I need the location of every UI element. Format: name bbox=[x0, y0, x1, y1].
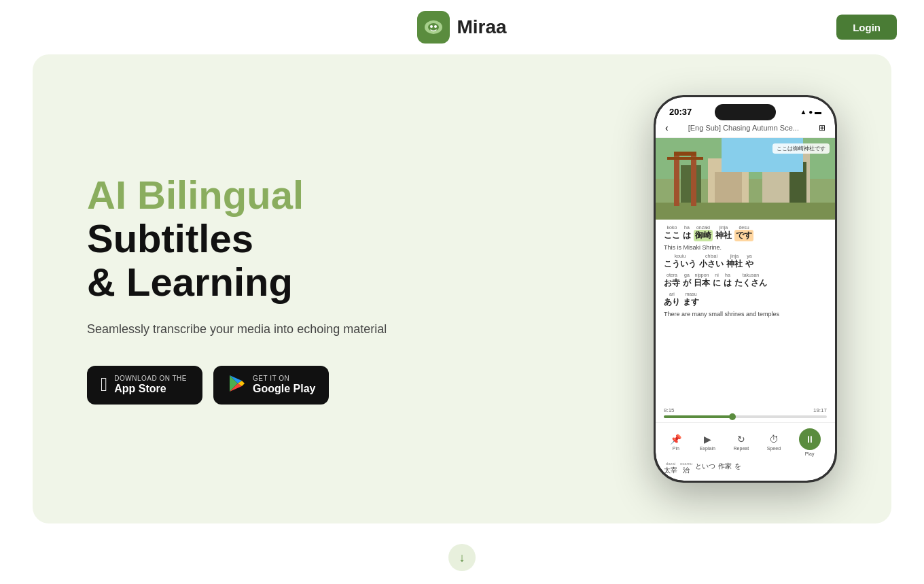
subtitle-line-1: koko ここ ha は onzaki 御崎 jinja bbox=[664, 225, 827, 241]
subtitle-word-otera: otera お寺 bbox=[664, 273, 680, 289]
logo-container: Miraa bbox=[417, 11, 506, 44]
phone-progress: 8:15 19:17 bbox=[656, 403, 835, 422]
phone-video: ここは御崎神社です bbox=[656, 138, 835, 220]
phone-video-overlay: ここは御崎神社です bbox=[772, 143, 830, 154]
bottom-section: ↓ bbox=[0, 523, 924, 584]
subtitle-line-3: otera お寺 ga が nippon 日本 ni bbox=[664, 273, 827, 289]
hero-title-line1: AI Bilingual bbox=[87, 173, 440, 217]
svg-point-1 bbox=[428, 23, 439, 31]
explain-icon: ▶ bbox=[704, 434, 711, 445]
app-store-big-label: App Store bbox=[114, 382, 166, 395]
phone-mockup: 20:37 ▲ ● ▬ ‹ [Eng Sub] Chasing Autumn S… bbox=[654, 95, 837, 483]
ctrl-explain-button[interactable]: ▶ Explain bbox=[700, 434, 715, 451]
progress-fill bbox=[664, 415, 732, 418]
phone-status-icons: ▲ ● ▬ bbox=[800, 108, 822, 116]
progress-time: 8:15 19:17 bbox=[664, 407, 827, 413]
svg-rect-15 bbox=[656, 203, 835, 220]
phone-nav: ‹ [Eng Sub] Chasing Autumn Sce... ⊞ bbox=[656, 120, 835, 138]
repeat-icon: ↻ bbox=[737, 434, 745, 445]
subtitle-word-ya: ya や bbox=[745, 254, 753, 270]
svg-rect-18 bbox=[674, 152, 696, 156]
store-buttons:  Download on the App Store G bbox=[87, 366, 440, 405]
login-button[interactable]: Login bbox=[836, 15, 897, 40]
speed-icon: ⏱ bbox=[769, 434, 779, 445]
hero-right: 20:37 ▲ ● ▬ ‹ [Eng Sub] Chasing Autumn S… bbox=[654, 95, 837, 483]
subtitle-word-ha: ha は bbox=[683, 225, 691, 241]
ctrl-repeat-button[interactable]: ↻ Repeat bbox=[734, 434, 749, 451]
pin-icon: 📌 bbox=[670, 434, 681, 445]
ctrl-repeat-label: Repeat bbox=[734, 446, 749, 451]
time-start: 8:15 bbox=[664, 407, 675, 413]
hero-subtitle: Seamlessly transcribe your media into ec… bbox=[87, 320, 440, 339]
ctrl-pin-button[interactable]: 📌 Pin bbox=[670, 434, 681, 451]
time-end: 19:17 bbox=[813, 407, 827, 413]
ctrl-explain-label: Explain bbox=[700, 446, 715, 451]
app-store-text: Download on the App Store bbox=[114, 375, 187, 395]
google-play-small-label: GET IT ON bbox=[253, 375, 289, 382]
scroll-indicator: ↓ bbox=[448, 544, 476, 571]
subtitle-word-kouiu: kouiu こういう bbox=[664, 254, 696, 270]
progress-bar[interactable] bbox=[664, 415, 827, 418]
hero-title: AI Bilingual Subtitles & Learning bbox=[87, 173, 440, 303]
phone-bottom-text: dazai 太宰 osamu 治 といつ 作家 bbox=[656, 459, 835, 481]
apple-icon:  bbox=[101, 375, 107, 394]
logo-text: Miraa bbox=[457, 16, 506, 38]
subtitle-word-jinja: jinja 神社 bbox=[715, 225, 732, 241]
ctrl-pin-label: Pin bbox=[673, 446, 679, 451]
play-icon: ⏸ bbox=[799, 428, 821, 450]
header: Miraa Login bbox=[0, 0, 924, 54]
ctrl-speed-button[interactable]: ⏱ Speed bbox=[767, 434, 781, 451]
subtitle-line-2: kouiu こういう chisai 小さい jinja 神社 ya bbox=[664, 254, 827, 270]
subtitle-word-onzaki: onzaki 御崎 bbox=[694, 225, 713, 241]
app-store-small-label: Download on the bbox=[114, 375, 187, 382]
ctrl-play-button[interactable]: ⏸ Play bbox=[799, 428, 821, 456]
app-store-button[interactable]:  Download on the App Store bbox=[87, 366, 202, 405]
phone-nav-title: [Eng Sub] Chasing Autumn Sce... bbox=[688, 124, 799, 132]
svg-point-3 bbox=[434, 25, 437, 28]
progress-dot bbox=[729, 413, 736, 420]
phone-controls: 📌 Pin ▶ Explain ↻ Repeat ⏱ Speed bbox=[656, 422, 835, 459]
subtitle-line-4: ari あり masu ます bbox=[664, 292, 827, 308]
subtitle-word-desu: desu です bbox=[734, 225, 753, 241]
ctrl-speed-label: Speed bbox=[767, 446, 781, 451]
logo-icon bbox=[417, 11, 450, 44]
phone-nav-back[interactable]: ‹ bbox=[665, 122, 669, 133]
google-play-big-label: Google Play bbox=[253, 382, 315, 395]
phone-screen: 20:37 ▲ ● ▬ ‹ [Eng Sub] Chasing Autumn S… bbox=[656, 97, 835, 481]
svg-rect-19 bbox=[667, 157, 703, 160]
hero-section: AI Bilingual Subtitles & Learning Seamle… bbox=[33, 54, 891, 523]
subtitle-word-jinja2: jinja 神社 bbox=[726, 254, 743, 270]
phone-notch bbox=[715, 104, 776, 120]
phone-nav-menu[interactable]: ⊞ bbox=[819, 123, 825, 133]
hero-left: AI Bilingual Subtitles & Learning Seamle… bbox=[87, 173, 440, 404]
ctrl-play-label: Play bbox=[805, 451, 815, 456]
google-play-icon bbox=[227, 374, 246, 396]
phone-subtitle-content: koko ここ ha は onzaki 御崎 jinja bbox=[656, 220, 835, 403]
subtitle-word-koko: koko ここ bbox=[664, 225, 680, 241]
google-play-button[interactable]: GET IT ON Google Play bbox=[213, 366, 329, 405]
google-play-text: GET IT ON Google Play bbox=[253, 375, 315, 395]
subtitle-word-chisai: chisai 小さい bbox=[699, 254, 724, 270]
svg-point-2 bbox=[430, 25, 433, 28]
subtitle-translation-1: This is Misaki Shrine. bbox=[664, 244, 827, 251]
subtitle-translation-2: There are many small shrines and temples bbox=[664, 311, 827, 317]
hero-title-line2: Subtitles bbox=[87, 217, 440, 260]
hero-title-line3: & Learning bbox=[87, 260, 440, 304]
phone-time: 20:37 bbox=[669, 107, 692, 117]
